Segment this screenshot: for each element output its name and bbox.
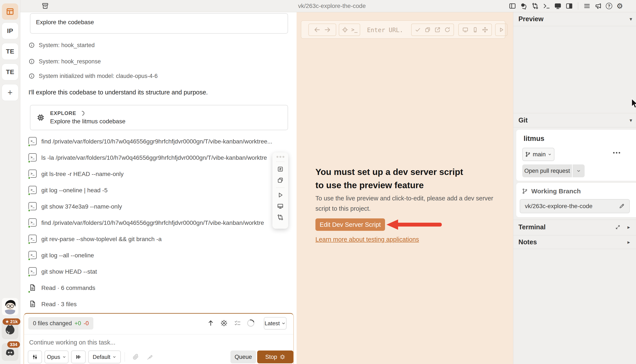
model-dropdown[interactable]: Opus — [44, 350, 68, 363]
command-entry[interactable]: >_ git log --oneline | head -5 — [28, 182, 291, 198]
right-sidebar: Preview ▾ Git ▾ litmus main Open pull re… — [513, 12, 636, 364]
rail-item-ip[interactable]: IP — [2, 23, 18, 39]
rail-item-active-project[interactable] — [2, 4, 18, 20]
git-card: litmus main Open pull request — [516, 130, 636, 181]
success-dot — [28, 242, 30, 244]
monitor-icon[interactable] — [274, 201, 286, 212]
queue-button[interactable]: Queue — [230, 350, 256, 363]
copy-icon[interactable] — [274, 175, 286, 186]
repo-name: litmus — [524, 134, 544, 142]
empty-state-title-line2: to use the preview feature — [316, 180, 424, 190]
locate-icon[interactable] — [342, 26, 348, 33]
menu-icon[interactable] — [583, 2, 591, 10]
panel-left-icon[interactable] — [508, 2, 516, 10]
rail-item-te2[interactable]: TE — [2, 64, 18, 80]
topbar: vk/263c-explore-the-code ? ⚙ — [0, 0, 636, 12]
avatar[interactable] — [2, 298, 18, 315]
branch-dropdown[interactable]: main — [522, 148, 554, 161]
expand-caret-icon[interactable]: ▸ — [628, 224, 630, 230]
explore-task-card[interactable]: EXPLORE Explore the litmus codebase — [30, 105, 288, 130]
add-project-button[interactable]: + — [2, 84, 18, 101]
copy-icon[interactable] — [424, 26, 431, 33]
mobile-icon[interactable] — [472, 26, 478, 33]
stop-button[interactable]: Stop — [257, 350, 293, 363]
open-external-icon[interactable] — [434, 26, 441, 33]
version-dropdown[interactable]: Latest — [264, 317, 286, 330]
scroll-to-top-icon[interactable] — [206, 318, 216, 328]
section-divider — [513, 249, 636, 249]
preview-section-header[interactable]: Preview ▾ — [513, 12, 636, 26]
url-input[interactable]: Enter URL. — [367, 26, 403, 34]
terminal-command-icon: >_ — [28, 267, 38, 276]
more-options-icon[interactable] — [613, 152, 620, 154]
composer-settings-button[interactable] — [28, 350, 42, 363]
panel-right-icon[interactable] — [565, 2, 573, 10]
command-entry[interactable]: >_ git show 374e3a9 --name-only — [28, 198, 291, 215]
move-icon[interactable] — [482, 26, 488, 33]
terminal-section-header[interactable]: Terminal ▸ — [513, 220, 636, 234]
back-icon[interactable] — [314, 26, 321, 34]
annotate-button[interactable] — [144, 350, 156, 363]
open-pull-request-button: Open pull request — [522, 164, 584, 177]
announcements-icon[interactable] — [594, 2, 602, 10]
success-dot — [28, 290, 30, 293]
section-divider — [513, 127, 636, 128]
expand-icon[interactable] — [615, 224, 620, 230]
task-title-card[interactable]: Explore the codebase — [30, 13, 288, 34]
command-entry[interactable]: >_ find /private/var/folders/10/h7w0q465… — [28, 134, 291, 150]
command-entry[interactable]: >_ git ls-tree -r HEAD --name-only — [28, 166, 291, 182]
command-entry[interactable]: >_ find /private/var/folders/10/h7w0q465… — [28, 215, 291, 231]
open-pull-request-main[interactable]: Open pull request — [522, 164, 572, 177]
working-branch-field[interactable]: vk/263c-explore-the-code — [520, 199, 630, 213]
edit-dev-server-script-button[interactable]: Edit Dev Server Script — [316, 218, 385, 231]
mode-dropdown[interactable]: Default — [88, 350, 121, 363]
read-entry[interactable]: Read · 3 files — [28, 296, 291, 312]
expand-caret-icon[interactable]: ▸ — [628, 239, 630, 245]
fast-forward-button[interactable] — [71, 350, 86, 363]
refresh-icon[interactable] — [444, 26, 450, 33]
screenshot-icon[interactable] — [274, 164, 286, 175]
info-icon — [28, 42, 35, 48]
command-entry[interactable]: >_ git log --all --oneline — [28, 247, 291, 264]
git-section-header[interactable]: Git ▾ — [513, 114, 636, 127]
inspect-group: >_ — [339, 24, 360, 36]
terminal-command-icon: >_ — [28, 218, 38, 228]
terminal-icon[interactable] — [543, 2, 550, 10]
section-divider — [513, 235, 636, 235]
empty-state-title-line1: You must set up a dev server script — [316, 167, 463, 177]
collapse-caret-icon[interactable]: ▾ — [630, 117, 632, 123]
play-icon[interactable] — [498, 26, 504, 33]
checklist-icon[interactable] — [233, 318, 242, 328]
archive-box-icon[interactable] — [41, 2, 49, 10]
screen-share-icon[interactable] — [554, 2, 562, 10]
drag-handle-icon[interactable] — [276, 156, 284, 158]
working-branch-header: Working Branch — [522, 188, 581, 195]
edit-pencil-icon[interactable] — [619, 203, 625, 209]
attach-file-button[interactable] — [129, 350, 142, 363]
command-entry[interactable]: >_ git show HEAD --stat — [28, 264, 291, 280]
diff-summary[interactable]: 0 files changed +0 -0 — [28, 317, 93, 330]
notes-section-header[interactable]: Notes ▸ — [513, 236, 636, 249]
run-icon[interactable] — [274, 190, 286, 201]
forward-icon[interactable] — [324, 26, 331, 34]
desktop-icon[interactable] — [462, 26, 468, 33]
settings-gear-icon[interactable]: ⚙ — [616, 2, 624, 10]
git-compare-icon[interactable] — [531, 2, 539, 10]
composer-input[interactable]: Continue working on this task... — [29, 339, 116, 346]
collapse-caret-icon[interactable]: ▾ — [630, 16, 632, 22]
help-icon[interactable]: ? — [606, 3, 612, 9]
command-entry[interactable]: >_ git rev-parse --show-toplevel && git … — [28, 231, 291, 247]
terminal-icon[interactable]: >_ — [352, 27, 358, 33]
rail-item-te1[interactable]: TE — [2, 43, 18, 60]
window-title: vk/263c-explore-the-code — [283, 0, 381, 12]
topbar-divider — [578, 2, 578, 10]
git-branch-icon — [525, 152, 531, 157]
check-icon[interactable] — [414, 26, 421, 33]
command-entry[interactable]: >_ ls -la /private/var/folders/10/h7w0q4… — [28, 150, 291, 166]
assistant-chat-icon[interactable] — [520, 2, 528, 10]
learn-more-link[interactable]: Learn more about testing applications — [316, 236, 419, 243]
read-entry[interactable]: Read · 6 commands — [28, 280, 291, 296]
open-pull-request-caret[interactable] — [572, 164, 584, 177]
spark-icon[interactable] — [219, 318, 229, 328]
git-compare-icon[interactable] — [274, 212, 286, 223]
